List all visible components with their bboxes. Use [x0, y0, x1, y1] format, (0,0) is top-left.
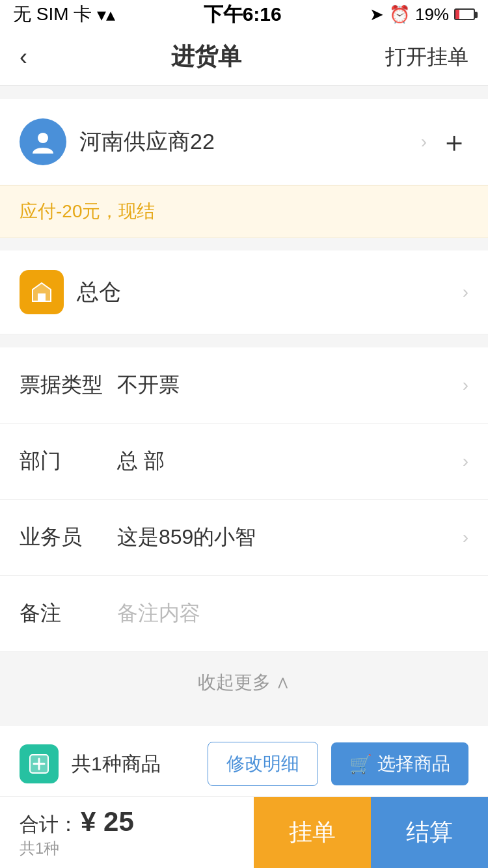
page-title: 进货单	[171, 41, 241, 73]
remarks-placeholder: 备注内容	[104, 599, 468, 628]
total-section: 合计： ¥ 25 共1种	[0, 797, 254, 868]
supplier-section: 河南供应商22 › ＋ 应付-20元，现结	[0, 99, 488, 237]
salesperson-value: 这是859的小智	[104, 523, 463, 552]
status-bar: 无 SIM 卡 ▾▴ 下午6:16 ➤ ⏰ 19%	[0, 0, 488, 29]
open-hang-button[interactable]: 打开挂单	[385, 43, 468, 72]
salesperson-row[interactable]: 业务员 这是859的小智 ›	[0, 500, 488, 576]
supplier-info-banner: 应付-20元，现结	[0, 185, 488, 237]
battery-text: 19%	[415, 5, 449, 25]
department-value: 总 部	[104, 447, 463, 476]
warehouse-section: 总仓 ›	[0, 251, 488, 334]
fields-section: 票据类型 不开票 › 部门 总 部 › 业务员 这是859的小智 › 备注 备注…	[0, 347, 488, 652]
location-icon: ➤	[370, 5, 384, 25]
cart-icon: 🛒	[349, 753, 372, 775]
gap-1	[0, 86, 488, 99]
wifi-icon: ▾▴	[97, 4, 115, 25]
select-product-button[interactable]: 🛒 选择商品	[331, 742, 468, 785]
invoice-type-label: 票据类型	[20, 371, 104, 400]
salesperson-label: 业务员	[20, 523, 104, 552]
svg-rect-1	[38, 293, 46, 301]
remarks-label: 备注	[20, 599, 104, 628]
total-label-text: 合计：	[20, 811, 78, 838]
warehouse-row[interactable]: 总仓 ›	[0, 251, 488, 334]
edit-detail-button[interactable]: 修改明细	[208, 742, 318, 786]
add-supplier-button[interactable]: ＋	[440, 128, 468, 156]
status-right: ➤ ⏰ 19%	[370, 5, 475, 25]
status-time: 下午6:16	[204, 1, 282, 28]
supplier-chevron-icon: ›	[421, 131, 427, 152]
gap-3	[0, 334, 488, 347]
remarks-row[interactable]: 备注 备注内容	[0, 576, 488, 652]
invoice-type-row[interactable]: 票据类型 不开票 ›	[0, 347, 488, 424]
gap-4	[0, 713, 488, 726]
department-row[interactable]: 部门 总 部 ›	[0, 424, 488, 500]
gap-2	[0, 237, 488, 251]
department-label: 部门	[20, 447, 104, 476]
department-chevron-icon: ›	[463, 451, 468, 472]
carrier-text: 无 SIM 卡	[13, 2, 92, 27]
collapse-row[interactable]: 收起更多 ∧	[0, 652, 488, 713]
checkout-button[interactable]: 结算	[371, 797, 488, 868]
nav-bar: ‹ 进货单 打开挂单	[0, 29, 488, 86]
total-amount: ¥ 25	[81, 806, 134, 837]
invoice-type-chevron-icon: ›	[463, 375, 468, 396]
collapse-label: 收起更多 ∧	[198, 670, 291, 695]
supplier-name: 河南供应商22	[79, 127, 421, 157]
products-count: 共1种商品	[72, 751, 195, 778]
bottom-bar: 合计： ¥ 25 共1种 挂单 结算	[0, 796, 488, 868]
products-icon	[20, 744, 59, 783]
total-label-row: 合计： ¥ 25	[20, 806, 234, 838]
invoice-type-value: 不开票	[104, 371, 463, 400]
supplier-avatar	[20, 118, 66, 165]
warehouse-icon	[20, 270, 64, 314]
back-button[interactable]: ‹	[20, 44, 27, 71]
warehouse-name: 总仓	[77, 277, 463, 307]
supplier-row[interactable]: 河南供应商22 › ＋	[0, 99, 488, 185]
status-left: 无 SIM 卡 ▾▴	[13, 2, 115, 27]
alarm-icon: ⏰	[389, 5, 410, 25]
products-header: 共1种商品 修改明细 🛒 选择商品	[0, 726, 488, 802]
total-count: 共1种	[20, 838, 234, 859]
hang-button[interactable]: 挂单	[254, 797, 371, 868]
battery-icon	[454, 8, 475, 20]
warehouse-chevron-icon: ›	[463, 282, 468, 303]
svg-point-0	[38, 133, 48, 143]
salesperson-chevron-icon: ›	[463, 527, 468, 548]
